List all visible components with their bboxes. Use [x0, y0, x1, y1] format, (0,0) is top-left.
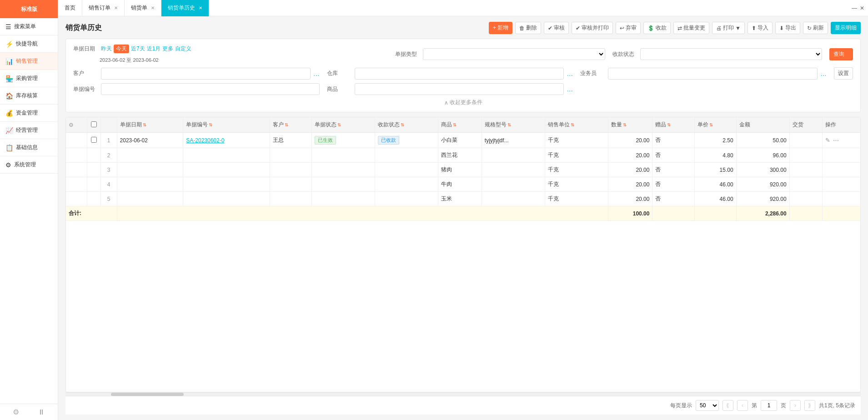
- export-button[interactable]: ⬇ 导出: [775, 22, 800, 34]
- sidebar-settings-icon[interactable]: ⚙: [13, 408, 19, 416]
- doc-no-link[interactable]: SA-20230602-0: [186, 137, 224, 144]
- scroll-thumb[interactable]: [111, 393, 184, 396]
- customer-label: 客户: [73, 70, 98, 77]
- sidebar-item-purchase-mgmt[interactable]: 🏪 采购管理: [0, 70, 58, 87]
- tab-sales-history-close[interactable]: ✕: [199, 5, 202, 10]
- sort-price-icon: ⇅: [709, 122, 713, 127]
- row-date: [117, 192, 183, 206]
- import-button[interactable]: ⬆ 导入: [748, 22, 773, 34]
- more-icon[interactable]: ⋯: [833, 137, 839, 144]
- print-dropdown-icon[interactable]: ▼: [735, 25, 741, 31]
- salesperson-input[interactable]: [608, 68, 818, 80]
- doc-type-select[interactable]: [423, 48, 605, 60]
- row-goods: 猪肉: [438, 163, 482, 177]
- row-gift: 否: [652, 192, 694, 206]
- shortcut-1month[interactable]: 近1月: [147, 45, 161, 53]
- review-button[interactable]: ✔ 审核: [544, 22, 569, 34]
- shortcut-custom[interactable]: 自定义: [175, 45, 191, 53]
- next-page-button[interactable]: ›: [790, 400, 801, 411]
- sidebar-item-basic-info[interactable]: 📋 基础信息: [0, 139, 58, 156]
- shortcut-today[interactable]: 今天: [114, 45, 129, 53]
- row-select-checkbox[interactable]: [91, 137, 97, 143]
- tab-home[interactable]: 首页: [58, 0, 82, 16]
- table-settings-icon[interactable]: ⚙: [69, 122, 74, 128]
- sidebar-item-label: 采购管理: [16, 75, 38, 82]
- sidebar-item-sales-mgmt[interactable]: 📊 销售管理: [0, 53, 58, 70]
- edit-icon[interactable]: ✎: [825, 137, 830, 144]
- show-detail-button[interactable]: 显示明细: [831, 22, 861, 34]
- customer-input[interactable]: [101, 68, 311, 80]
- shortcut-more[interactable]: 更多: [162, 45, 173, 53]
- date-filter: 单据日期 昨天 今天 近7天 近1月 更多 自定义 2023-06-02 至 2…: [73, 45, 388, 64]
- query-button[interactable]: 查询: [829, 48, 853, 60]
- sidebar-pause-icon[interactable]: ⏸: [38, 408, 45, 416]
- inventory-icon: 🏠: [5, 92, 13, 100]
- row-docno[interactable]: SA-20230602-0: [183, 133, 270, 148]
- abandon-button[interactable]: ↩ 弃审: [616, 22, 641, 34]
- tab-sales-order[interactable]: 销售订单 ✕: [82, 0, 125, 16]
- col-unit[interactable]: 销售单位⇅: [545, 117, 608, 133]
- col-price[interactable]: 单价⇅: [694, 117, 736, 133]
- batch-change-button[interactable]: ⇄ 批量变更: [673, 22, 709, 34]
- col-date[interactable]: 单据日期⇅: [117, 117, 183, 133]
- col-goods[interactable]: 商品⇅: [438, 117, 482, 133]
- new-button[interactable]: + 新增: [489, 22, 512, 34]
- col-paymentstatus[interactable]: 收款状态⇅: [375, 117, 438, 133]
- col-settings[interactable]: ⚙: [66, 117, 87, 133]
- goods-input[interactable]: [355, 83, 564, 95]
- col-customer[interactable]: 客户⇅: [270, 117, 311, 133]
- tab-sales-history[interactable]: 销货单历史 ✕: [161, 0, 209, 16]
- print-button[interactable]: 🖨 打印 ▼: [712, 22, 745, 34]
- row-transaction: [789, 133, 822, 148]
- window-minimize-icon[interactable]: —: [852, 5, 857, 11]
- sidebar-item-quick-nav[interactable]: ⚡ 快捷导航: [0, 35, 58, 53]
- per-page-select[interactable]: 50 100 200: [696, 400, 719, 411]
- summary-empty-price: [694, 206, 736, 221]
- sidebar-item-inventory[interactable]: 🏠 库存核算: [0, 87, 58, 105]
- tab-sales-goods-close[interactable]: ✕: [151, 5, 155, 10]
- shortcut-yesterday[interactable]: 昨天: [101, 45, 112, 53]
- shortcut-7days[interactable]: 近7天: [131, 45, 145, 53]
- window-close-icon[interactable]: ✕: [860, 5, 864, 11]
- salesperson-more-btn[interactable]: …: [820, 70, 827, 77]
- goods-more-btn[interactable]: …: [567, 85, 573, 93]
- receive-button[interactable]: 💲 收款: [643, 22, 671, 34]
- sidebar-item-system[interactable]: ⚙ 系统管理: [0, 156, 58, 174]
- first-page-button[interactable]: ⟪: [722, 400, 733, 411]
- tab-sales-goods[interactable]: 销货单 ✕: [125, 0, 161, 16]
- row-settings: [66, 192, 87, 206]
- col-docno[interactable]: 单据编号⇅: [183, 117, 270, 133]
- payment-status-select[interactable]: [640, 48, 822, 60]
- customer-more-btn[interactable]: …: [313, 70, 320, 77]
- warehouse-more-btn[interactable]: …: [567, 70, 573, 77]
- sidebar-item-search-menu[interactable]: ☰ 搜索菜单: [0, 18, 58, 35]
- col-spec[interactable]: 规格型号⇅: [482, 117, 545, 133]
- sidebar-item-finance[interactable]: 💰 资金管理: [0, 105, 58, 122]
- row-amount: 300.00: [736, 163, 789, 177]
- app-logo: 标准版: [0, 0, 58, 18]
- select-all-checkbox[interactable]: [91, 121, 97, 127]
- sort-date-icon: ⇅: [143, 122, 146, 127]
- row-actions: ✎⋯: [823, 133, 860, 148]
- page-title: 销货单历史: [65, 23, 102, 33]
- doc-number-filter: 单据编号: [73, 83, 320, 95]
- sidebar-item-operations[interactable]: 📈 经营管理: [0, 122, 58, 139]
- horizontal-scrollbar[interactable]: [65, 392, 861, 396]
- warehouse-input[interactable]: [355, 68, 564, 80]
- collapse-button[interactable]: ∧ 收起更多条件: [73, 99, 853, 106]
- delete-button[interactable]: 🗑 删除: [515, 22, 541, 34]
- col-gift[interactable]: 赠品⇅: [652, 117, 694, 133]
- tab-sales-order-close[interactable]: ✕: [114, 5, 118, 10]
- prev-page-button[interactable]: ‹: [737, 400, 748, 411]
- col-docstatus[interactable]: 单据状态⇅: [311, 117, 375, 133]
- page-input[interactable]: [761, 400, 777, 411]
- last-page-button[interactable]: ⟫: [804, 400, 815, 411]
- review-print-button[interactable]: ✔ 审核并打印: [572, 22, 613, 34]
- col-qty[interactable]: 数量⇅: [608, 117, 652, 133]
- doc-number-input[interactable]: [101, 83, 320, 95]
- filter-settings-button[interactable]: 设置: [834, 67, 853, 80]
- sort-gift-icon: ⇅: [667, 122, 671, 127]
- refresh-button[interactable]: ↻ 刷新: [803, 22, 828, 34]
- table-row: 3 猪肉 千克 20.00 否 15.00 300.00: [66, 163, 860, 177]
- row-unit: 千克: [545, 177, 608, 192]
